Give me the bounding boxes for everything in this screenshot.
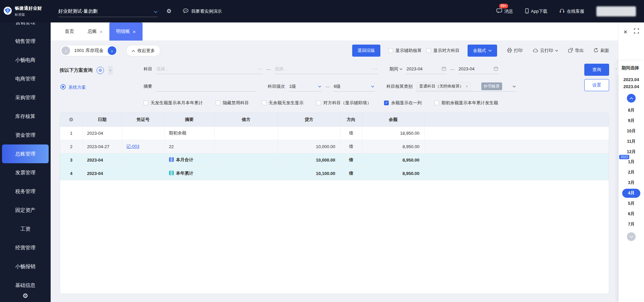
period-month-11[interactable]: 6月 [622,209,640,219]
voucher-link[interactable]: 记-003 [126,144,140,149]
period-month-1[interactable]: 8月 [622,105,640,116]
period-panel-collapse-handle[interactable]: » [614,63,619,74]
export-button[interactable]: 导出 [568,48,584,54]
period-to-input[interactable]: 2023-04 [458,64,499,74]
category-tag-normal[interactable]: 普通科目（无特殊核算） × [417,82,471,90]
print-button[interactable]: 打印 [507,48,523,54]
collapse-more-button[interactable]: 收起更多 [126,45,160,56]
topbar-settings-gear-icon[interactable]: ⚙ [166,8,171,15]
demo-link[interactable]: 我要看实例演示 [183,8,222,14]
sidebar-item-9[interactable]: 发票管理 [0,163,51,182]
summary-input[interactable] [156,81,256,92]
cloud-print-button[interactable]: 云打印 [533,48,558,54]
level-to-select[interactable]: 6级 [333,81,375,92]
close-icon[interactable]: × [100,29,103,35]
query-option-1[interactable]: 无发生额显示本月本年累计 [144,100,203,106]
tab-1[interactable]: 首页 [58,22,81,41]
period-from-input[interactable]: 2023-04 [406,64,447,74]
sidebar-item-8[interactable]: 总账管理 [2,144,49,163]
scheme-item-system[interactable]: 系统方案 [60,84,144,90]
category-tag-foreign-currency[interactable]: 外币核算 [481,82,502,90]
close-icon[interactable]: × [133,29,136,35]
sidebar-item-4[interactable]: 电商管理 [0,69,51,88]
toolbar-checkboxes: 显示辅助核算显示对方科目 [388,48,460,54]
period-type-dropdown[interactable]: 期间 [389,66,402,72]
sidebar-item-1[interactable]: 营销管理 [0,22,51,32]
brand-text: 畅捷通好业财 标准版 [15,5,42,17]
sidebar-item-3[interactable]: 小畅电商 [0,51,51,69]
sidebar-item-5[interactable]: 采购管理 [0,88,51,107]
gear-icon[interactable]: ⚙ [69,117,73,122]
checkbox-label: 显示辅助核算 [395,48,422,54]
period-month-9[interactable]: 4月 [622,189,640,198]
sidebar-item-10[interactable]: 税务管理 [0,182,51,201]
cell-credit: 10,000.00 [278,140,340,153]
period-month-3[interactable]: 10月 [622,126,640,136]
category-select[interactable]: 普通科目（无特殊核算） × 外币核算 [416,81,517,92]
subject-to-input[interactable]: 选择... ⋯ [274,64,378,74]
period-month-10[interactable]: 5月 [622,198,640,209]
table-row-2[interactable]: 22023-04-27记-0032210,000.00借8,950.00 [60,140,609,153]
scroll-up-button[interactable] [627,94,636,103]
next-account-button[interactable]: › [108,46,116,55]
scroll-down-button[interactable] [627,232,636,241]
scheme-item-label: 系统方案 [68,84,86,90]
tab-2[interactable]: 总账× [81,22,109,41]
query-options: 无发生额显示本月本年累计隐藏禁用科目无余额无发生显示对方科目（显示辅助项）余额显… [144,100,577,106]
online-service-button[interactable]: 在线客服 [559,8,584,14]
app-download-button[interactable]: App下载 [525,8,547,14]
subject-from-input[interactable]: 选择... ⋯ [156,64,263,74]
refresh-button[interactable]: 刷新 [594,48,609,54]
query-option-3[interactable]: 无余额无发生显示 [262,100,304,106]
toolbar-checkbox-2[interactable]: 显示对方科目 [426,48,460,54]
cell-debit [214,153,278,167]
table-row-3[interactable]: 32023-04本月合计10,000.00借8,950.00 [60,153,609,167]
back-to-old-version-button[interactable]: 退回旧版 [352,45,380,57]
query-option-5[interactable]: 余额显示在一列 [384,100,422,106]
fullscreen-icon[interactable] [634,28,639,35]
table-row-1[interactable]: 12023-04期初余额借18,950.00 [60,126,609,140]
cell-date: 2023-04 [83,126,122,140]
period-month-4[interactable]: 11月 [622,136,640,147]
sidebar-item-2[interactable]: 销售管理 [0,32,51,51]
level-from-value: 1级 [289,83,296,89]
period-month-2[interactable]: 9月 [622,116,640,126]
header-gear-cell[interactable]: ⚙ [60,113,83,126]
period-month-8[interactable]: 3月 [622,178,640,188]
sidebar-item-7[interactable]: 资金管理 [0,126,51,144]
refresh-icon [594,48,598,54]
sidebar-item-11[interactable]: 固定资产 [0,201,51,220]
tab-3[interactable]: 明细账× [109,22,143,41]
sidebar-item-13[interactable]: 经营管理 [0,238,51,257]
company-selector[interactable]: 好业财测试-量勿删 [58,8,158,17]
period-month-12[interactable]: 7月 [622,219,640,230]
more-icon[interactable]: ⋯ [373,66,377,71]
scheme-gear-icon[interactable]: ⚙ [97,67,104,74]
level-from-select[interactable]: 1级 [288,81,322,92]
table-row-4[interactable]: 42023-04本年累计10,100.00借8,950.00 [60,167,609,180]
messages-button[interactable]: 99+ 消息 [496,8,513,14]
category-tag-normal-label: 普通科目（无特殊核算） [419,83,464,89]
sidebar-item-6[interactable]: 库存核算 [0,107,51,126]
tabbar: 首页总账×明细账× [51,22,618,41]
more-icon[interactable]: ⋯ [258,66,262,71]
toolbar-checkbox-1[interactable]: 显示辅助核算 [388,48,422,54]
query-option-2[interactable]: 隐藏禁用科目 [216,100,249,106]
remove-tag-icon[interactable]: × [466,84,468,89]
query-option-6[interactable]: 期初余额显示本年累计发生额 [434,100,498,106]
query-option-4[interactable]: 对方科目（显示辅助项） [316,100,371,106]
period-month-7[interactable]: 2月 [622,167,640,178]
cell-voucher [122,126,164,140]
prev-account-button[interactable]: ‹ [61,46,70,55]
query-buttons: 查询 设置 [577,62,609,106]
sidebar-item-12[interactable]: 工资 [0,220,51,238]
scheme-collapse-handle[interactable]: « [108,66,113,75]
user-name-redacted[interactable] [596,6,636,16]
amount-format-dropdown[interactable]: 金额式 [468,45,497,57]
settings-button[interactable]: 设置 [584,79,609,91]
close-tab-icon[interactable]: × [624,28,628,35]
sidebar-item-14[interactable]: 小畅报销 [0,257,51,276]
search-button[interactable]: 查询 [584,64,609,76]
table-header-row: ⚙日期凭证号摘要借方贷方方向余额 [60,113,609,126]
sidebar-settings-gear-icon[interactable]: ⚙ [22,292,28,300]
